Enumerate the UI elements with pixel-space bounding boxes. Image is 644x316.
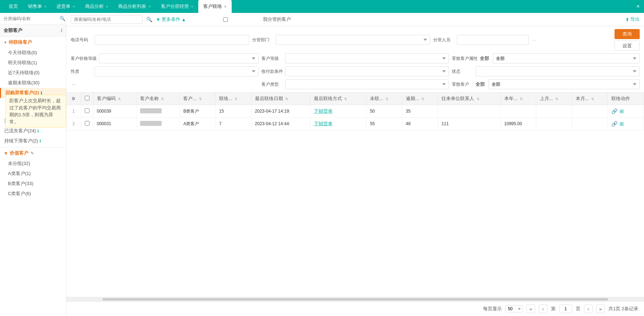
col-code: 客户编码 ⇅ bbox=[93, 93, 136, 105]
horizontal-scrollbar[interactable] bbox=[66, 297, 644, 301]
row-level-1: B类客户 bbox=[180, 105, 216, 118]
row-method-2[interactable]: 下销货单 bbox=[310, 118, 366, 130]
my-customers-checkbox[interactable] bbox=[190, 17, 261, 22]
nav-customer-tier[interactable]: 客户分层经营 × bbox=[156, 0, 198, 13]
data-table-container: ⚙ 客户编码 ⇅ 客户名称 ⇅ 客户... bbox=[66, 93, 644, 297]
sidebar-item-today[interactable]: 今天待联络(0) bbox=[0, 48, 66, 58]
sidebar-search-input[interactable] bbox=[4, 16, 57, 21]
export-button[interactable]: ⬆ 导出 bbox=[625, 16, 640, 23]
value-customers-group[interactable]: ▼ 价值客户 ✎ bbox=[0, 147, 66, 159]
nature-select[interactable] bbox=[94, 66, 259, 76]
grid-action-icon-2[interactable]: ⊞ bbox=[620, 121, 624, 127]
nav-analysis-list[interactable]: 商品分析列表 × bbox=[113, 0, 156, 13]
col-action: 联络动作 bbox=[608, 93, 644, 105]
manager-input[interactable] bbox=[457, 35, 529, 45]
sort-overdue-icon[interactable]: ⇅ bbox=[421, 97, 424, 101]
sidebar-item-7days[interactable]: 近7天待联络(0) bbox=[0, 68, 66, 78]
payment-select[interactable] bbox=[285, 66, 449, 76]
row-checkbox-2[interactable] bbox=[81, 118, 93, 130]
nav-sales[interactable]: 销售单 × bbox=[23, 0, 51, 13]
search-input[interactable] bbox=[71, 15, 143, 24]
col-contact-count: 联络... ⇅ bbox=[216, 93, 251, 105]
all-customers-header[interactable]: 全部客户 《 bbox=[0, 24, 66, 37]
nav-customer-tier-close[interactable]: × bbox=[191, 4, 193, 9]
select-all-checkbox[interactable] bbox=[85, 96, 89, 100]
price-level-select[interactable] bbox=[99, 53, 259, 63]
nav-customer-contact-label: 客户联络 bbox=[203, 3, 222, 10]
retail-attr-field: 零散客户属性 全部 全部 bbox=[452, 53, 640, 63]
sidebar-item-overdue[interactable]: 逾期未联络(30) bbox=[0, 78, 66, 88]
col-level: 客户... ⇅ bbox=[180, 93, 216, 105]
sort-last-month-icon[interactable]: ⇅ bbox=[555, 97, 558, 101]
dept-select[interactable] bbox=[276, 35, 431, 45]
sidebar-search-icon[interactable]: 🔍 bbox=[60, 16, 65, 21]
more-conditions-button[interactable]: ▼ 更多条件 ▲ bbox=[156, 16, 186, 23]
sort-uncontacted-icon[interactable]: ⇅ bbox=[385, 97, 388, 101]
last-page-button[interactable]: » bbox=[596, 305, 605, 313]
sort-level-icon[interactable]: ⇅ bbox=[199, 97, 202, 101]
sort-contact-icon[interactable]: ⇅ bbox=[235, 97, 237, 101]
sort-company-icon[interactable]: ⇅ bbox=[477, 97, 479, 101]
query-button[interactable]: 查询 bbox=[615, 29, 640, 39]
nav-analysis[interactable]: 商品分析 × bbox=[80, 0, 113, 13]
row-action-1: 🔗 ⊞ bbox=[608, 105, 644, 118]
sort-name-icon[interactable]: ⇅ bbox=[161, 97, 164, 101]
method-link-2[interactable]: 下销货单 bbox=[314, 121, 333, 126]
pending-contact-group[interactable]: ▼ 待联络客户 bbox=[0, 37, 66, 48]
last-page-icon: » bbox=[599, 306, 602, 312]
retail-attr-select[interactable]: 全部 bbox=[493, 53, 640, 63]
sidebar-item-ungrouped[interactable]: 未分组(32) bbox=[0, 159, 66, 169]
next-page-button[interactable]: › bbox=[584, 305, 593, 313]
phone-input[interactable] bbox=[94, 35, 249, 45]
customer-level-select[interactable] bbox=[285, 53, 449, 63]
method-link-1[interactable]: 下销货单 bbox=[314, 108, 333, 114]
sort-method-icon[interactable]: ⇅ bbox=[344, 97, 347, 101]
nav-sales-close[interactable]: × bbox=[44, 4, 46, 9]
manager-more-icon[interactable]: ··· bbox=[532, 37, 536, 43]
declining-icon[interactable]: ℹ bbox=[40, 139, 41, 143]
row-1-checkbox[interactable] bbox=[85, 108, 89, 113]
sidebar-item-c-class[interactable]: C类客户(6) bbox=[0, 189, 66, 199]
link-action-icon-2[interactable]: 🔗 bbox=[611, 121, 617, 127]
first-page-button[interactable]: « bbox=[527, 305, 535, 313]
sidebar-item-b-class[interactable]: B类客户(33) bbox=[0, 179, 66, 189]
status-select[interactable] bbox=[476, 66, 640, 76]
sort-code-icon[interactable]: ⇅ bbox=[118, 97, 121, 101]
col-settings[interactable]: ⚙ bbox=[66, 93, 81, 105]
churned-icon[interactable]: ℹ bbox=[37, 129, 39, 133]
window-close-button[interactable]: × bbox=[636, 3, 640, 10]
nav-analysis-close[interactable]: × bbox=[106, 4, 108, 9]
row-last-month-2 bbox=[536, 118, 572, 130]
nav-home[interactable]: 首页 bbox=[4, 0, 23, 13]
row-2-checkbox[interactable] bbox=[85, 121, 89, 126]
nav-purchase-close[interactable]: × bbox=[73, 4, 75, 9]
sidebar-item-declining[interactable]: 持续下滑客户(2) ℹ bbox=[0, 136, 66, 146]
nav-purchase[interactable]: 进货单 × bbox=[51, 0, 80, 13]
row-method-1[interactable]: 下销货单 bbox=[310, 105, 366, 118]
nav-customer-contact[interactable]: 客户联络 × bbox=[198, 0, 231, 13]
settings-button[interactable]: 设置 bbox=[615, 41, 640, 51]
col-last-contact-date: 最后联络日期 ⇅ bbox=[251, 93, 310, 105]
action-buttons: 查询 设置 bbox=[615, 29, 640, 51]
nav-analysis-list-close[interactable]: × bbox=[148, 4, 150, 9]
customer-type-select[interactable] bbox=[285, 79, 449, 89]
grid-action-icon-1[interactable]: ⊞ bbox=[620, 108, 624, 114]
per-page-select[interactable]: 50 100 200 bbox=[505, 305, 523, 312]
sidebar-item-a-class[interactable]: A类客户(1) bbox=[0, 169, 66, 179]
search-button[interactable]: 🔍 bbox=[146, 16, 152, 22]
filter-more-button[interactable]: ··· bbox=[72, 82, 76, 87]
scrollbar-thumb[interactable] bbox=[102, 298, 608, 301]
sort-year-icon[interactable]: ⇅ bbox=[520, 97, 523, 101]
page-input[interactable] bbox=[559, 305, 572, 313]
sort-this-month-icon[interactable]: ⇅ bbox=[591, 97, 594, 101]
prev-page-button[interactable]: ‹ bbox=[539, 305, 547, 313]
row-checkbox-1[interactable] bbox=[81, 105, 93, 118]
sort-date-icon[interactable]: ⇅ bbox=[285, 97, 288, 101]
col-checkbox[interactable] bbox=[81, 93, 93, 105]
first-page-icon: « bbox=[529, 306, 532, 312]
sidebar-item-tomorrow[interactable]: 明天待联络(1) bbox=[0, 58, 66, 68]
link-action-icon-1[interactable]: 🔗 bbox=[611, 108, 617, 114]
retail-customer-select[interactable]: 全部 bbox=[488, 79, 640, 89]
nav-customer-contact-close[interactable]: × bbox=[224, 4, 226, 9]
my-customers-filter[interactable]: 我分管的客户 bbox=[190, 16, 291, 23]
